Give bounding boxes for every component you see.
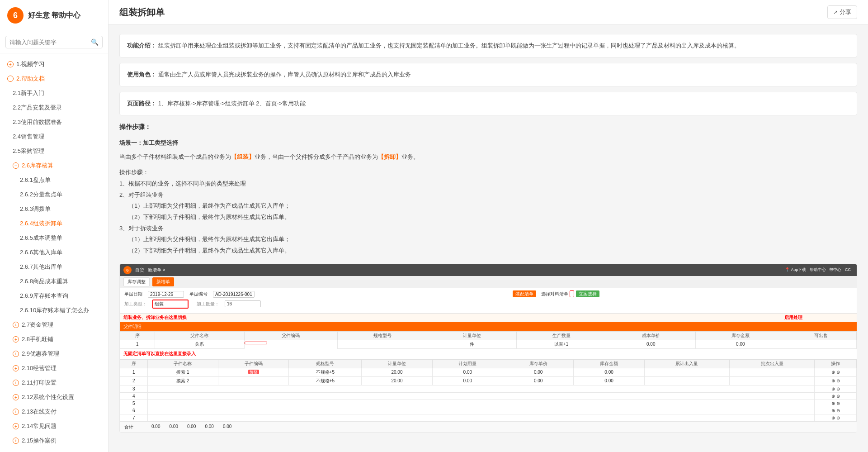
annotation5-area: 无固定清单可以直接在这里直接录入 [120, 349, 857, 359]
screenshot-tab-stock-adjust[interactable]: 库存调整 [123, 277, 150, 286]
screenshot-qty-label: 加工数量： [197, 301, 219, 307]
child-r1-amt: 0.00 [574, 368, 644, 376]
child-row-4: 4 ⊕ ⊖ [120, 392, 857, 400]
screenshot-form-row2: 加工类型： 组装 加工数量： 16 [124, 300, 852, 309]
code-input[interactable]: AD-20191226-001 [213, 291, 255, 298]
child-r2-code [218, 376, 289, 385]
screenshot-logo: 6 [123, 266, 132, 274]
annotation-enable: 启用处理 [784, 314, 802, 321]
sidebar-item-print[interactable]: + 2.11打印设置 [0, 376, 108, 390]
child-r2-price: 0.00 [503, 376, 574, 385]
role-label: 使用角色： [127, 71, 156, 78]
child-r2-cum [644, 376, 729, 385]
child-r7-op: ⊕ ⊖ [815, 414, 857, 421]
sidebar-item-purchase[interactable]: 2.5采购管理 [0, 144, 108, 158]
th-spec: 规格型号 [338, 331, 427, 340]
screenshot-confirm-btn[interactable]: 立案选择 [576, 290, 599, 297]
screenshot-config-btn[interactable]: 装配清单 [513, 290, 536, 297]
child-r2-name: 摸索 2 [147, 376, 218, 385]
steps-list-title: 操作步骤： [119, 167, 857, 178]
child-r1-seq: 1 [120, 368, 148, 376]
child-r4-seq: 4 [120, 392, 148, 400]
sidebar-item-docs[interactable]: − 2.帮助文档 [0, 71, 108, 86]
parent-row1-price: 0.00 [606, 340, 696, 348]
sidebar-item-management[interactable]: + 2.10经营管理 [0, 361, 108, 376]
func-intro-label: 功能介绍： [127, 42, 156, 49]
sidebar-item-cost-recalc[interactable]: 2.6.8商品成本重算 [0, 274, 108, 289]
sidebar-item-finance[interactable]: + 2.7资金管理 [0, 318, 108, 332]
screenshot-app-bar-text: 自贸 新增单 × [135, 267, 165, 273]
child-r1-name: 摸索 1 [147, 368, 218, 376]
screenshot-parent-thead: 序 父件名称 父件编码 规格型号 计量单位 生产数量 成本单价 库存金额 可出售 [120, 331, 857, 340]
screenshot-bom-input[interactable] [570, 290, 574, 297]
sidebar-item-partial-stocktaking[interactable]: 2.6.2分量盘点单 [0, 187, 108, 202]
sidebar: 6 好生意 帮助中心 🔍 + 1.视频学习 − 2.帮助文档 2.1新手入门 2… [0, 0, 108, 452]
sidebar-item-online-pay[interactable]: + 2.13在线支付 [0, 404, 108, 419]
share-button[interactable]: ↗ 分享 [827, 5, 857, 19]
parent-row1-spec [338, 340, 427, 348]
screenshot-child-tbody: 1 摸索 1 价格 不规格+5 20.00 0.00 0.00 0.00 [120, 368, 857, 421]
scenario1-desc: 当由多个子件材料组装成一个成品的业务为【组装】业务，当由一个父件拆分成多个子产品… [119, 152, 857, 163]
screenshot-tab-new[interactable]: 新增单 [152, 277, 174, 286]
search-box[interactable]: 🔍 [5, 36, 103, 48]
total-v5: 0.00 [205, 424, 213, 430]
expand-icon: + [7, 61, 14, 67]
mock-screenshot: 6 自贸 新增单 × 📍 App下载 帮助中心 帮中心 CC 库存调整 新增单 … [120, 264, 857, 432]
sidebar-item-ledger-fix[interactable]: 2.6.10库存账本错了怎么办 [0, 303, 108, 318]
screenshot-type-input[interactable]: 组装 [152, 300, 189, 309]
coupon-expand-icon: + [13, 351, 19, 357]
sidebar-item-data-prep[interactable]: 2.3使用前数据准备 [0, 115, 108, 129]
child-r1-spec: 不规格+5 [289, 368, 362, 376]
func-intro-text: 组装拆卸单用来处理企业组装或拆卸等加工业务，支持有固定装配清单的产品加工业务，也… [158, 42, 740, 49]
finance-expand-icon: + [13, 322, 19, 328]
screenshot-top-bar: 6 自贸 新增单 × 📍 App下载 帮助中心 帮中心 CC [120, 264, 857, 276]
sidebar-item-inventory-ledger[interactable]: 2.6.9库存账本查询 [0, 289, 108, 303]
sidebar-item-transfer[interactable]: 2.6.3调拨单 [0, 202, 108, 216]
cth-stock-price: 库存单价 [503, 359, 574, 368]
nav-tree: + 1.视频学习 − 2.帮助文档 2.1新手入门 2.2产品安装及登录 2.3… [0, 53, 108, 452]
sidebar-item-system-settings[interactable]: + 2.12系统个性化设置 [0, 390, 108, 404]
child-row-2: 2 摸索 2 不规格+5 20.00 0.00 0.00 0.00 [120, 376, 857, 385]
sidebar-item-cost-adjust[interactable]: 2.6.5成本调整单 [0, 231, 108, 245]
main-content: 组装拆卸单 ↗ 分享 功能介绍： 组装拆卸单用来处理企业组装或拆卸等加工业务，支… [108, 0, 868, 452]
child-r2-plan: 0.00 [432, 376, 503, 385]
child-r2-unit: 20.00 [362, 376, 432, 385]
share-icon: ↗ [833, 9, 838, 15]
date-input[interactable]: 2019-12-26 [148, 291, 184, 298]
th-saleable: 可出售 [785, 331, 857, 340]
sidebar-item-other-inbound[interactable]: 2.6.6其他入库单 [0, 245, 108, 260]
screenshot-form-row1: 单据日期 2019-12-26 单据编号 AD-20191226-001 装配清… [124, 291, 852, 298]
sidebar-item-faq[interactable]: + 2.14常见问题 [0, 419, 108, 433]
sidebar-item-stocktaking[interactable]: 2.6.1盘点单 [0, 173, 108, 187]
child-r1-plan: 0.00 [432, 368, 503, 376]
sidebar-item-mobile[interactable]: + 2.8手机旺铺 [0, 332, 108, 347]
annotation1-area: 装配清单 选择对料清单 立案选择 [260, 291, 852, 297]
parent-row-1: 1 关系 件 以百+1 0.00 0.00 [120, 340, 857, 348]
th-unit: 计量单位 [427, 331, 517, 340]
mgmt-expand-icon: + [13, 365, 19, 371]
sidebar-item-assembly[interactable]: 2.6.4组装拆卸单 [0, 216, 108, 231]
sidebar-item-install[interactable]: 2.2产品安装及登录 [0, 100, 108, 115]
sidebar-item-coupon[interactable]: + 2.9优惠券管理 [0, 347, 108, 361]
screenshot-qty-input[interactable]: 16 [225, 300, 261, 307]
sidebar-item-sales[interactable]: 2.4销售管理 [0, 129, 108, 144]
total-v3: 0.00 [169, 424, 178, 430]
sidebar-item-beginner[interactable]: 2.1新手入门 [0, 86, 108, 100]
func-intro-box: 功能介绍： 组装拆卸单用来处理企业组装或拆卸等加工业务，支持有固定装配清单的产品… [119, 34, 857, 57]
date-label: 单据日期 [124, 291, 142, 297]
search-icon[interactable]: 🔍 [91, 38, 99, 46]
child-r6-seq: 6 [120, 407, 148, 414]
sidebar-item-videos[interactable]: + 1.视频学习 [0, 57, 108, 71]
sidebar-item-inventory[interactable]: − 2.6库存核算 [0, 158, 108, 173]
screenshot-annotation-bar: 组装业务、拆卸业务在这里切换 启用处理 [120, 314, 857, 322]
step2-2: （2）下部明细为子件明细，最终作为原材料生成其它出库单。 [119, 212, 857, 223]
sidebar-item-other-outbound[interactable]: 2.6.7其他出库单 [0, 260, 108, 274]
search-input[interactable] [9, 39, 91, 46]
sidebar-item-cases[interactable]: + 2.15操作案例 [0, 433, 108, 448]
child-r3-seq: 3 [120, 385, 148, 392]
child-r1-price: 0.00 [503, 368, 574, 376]
parent-row1-seq: 1 [120, 340, 155, 348]
total-label: 合计 [124, 424, 133, 430]
app-name: 好生意 帮助中心 [28, 11, 80, 20]
cth-op: 操作 [815, 359, 857, 368]
